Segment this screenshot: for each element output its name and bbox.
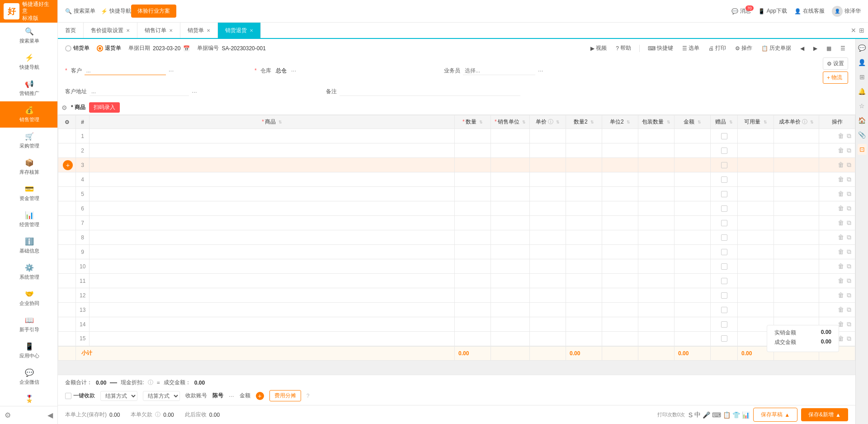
row1-copy-icon[interactable]: ⧉ [847, 132, 851, 140]
table-wrap[interactable]: ⚙ # *商品 ⇅ *数量 ⇅ [58, 115, 855, 375]
tab-home[interactable]: 首页 [58, 23, 84, 38]
next-record-btn[interactable]: ▶ [811, 44, 820, 52]
prev-record-btn[interactable]: ◀ [797, 44, 807, 52]
right-sidebar-bell-icon[interactable]: 🔔 [856, 86, 868, 97]
salesperson-input[interactable] [463, 67, 535, 75]
amount-sort-icon[interactable]: ⇅ [698, 120, 701, 124]
row13-delete-icon[interactable]: 🗑 [838, 306, 844, 314]
row2-delete-icon[interactable]: 🗑 [838, 147, 844, 154]
row5-delete-icon[interactable]: 🗑 [838, 190, 844, 198]
price-sort-icon[interactable]: ⇅ [556, 120, 560, 124]
row3-qty[interactable] [454, 158, 491, 172]
settings-btn[interactable]: ⚙ 设置 [823, 57, 848, 70]
calc-select[interactable]: 结算方式 [143, 391, 180, 401]
row1-amount[interactable] [675, 129, 711, 143]
gift-sort-icon[interactable]: ⇅ [729, 120, 733, 124]
app-download-btn[interactable]: 📱 App下载 [758, 7, 787, 15]
sidebar-item-search[interactable]: 🔍 搜索菜单 [0, 23, 57, 49]
row1-delete-icon[interactable]: 🗑 [838, 132, 844, 140]
service-btn[interactable]: 👤 在线客服 [794, 7, 825, 15]
settlement-select[interactable]: 结算方式 [100, 391, 137, 401]
row11-gift-cb[interactable] [721, 278, 727, 284]
row10-gift-cb[interactable] [721, 263, 727, 270]
video-btn[interactable]: ▶ 视频 [588, 43, 609, 53]
address-more-icon[interactable]: ··· [192, 88, 197, 95]
tab-expand-icon[interactable]: ⊞ [859, 27, 864, 34]
row1-pack[interactable] [638, 129, 675, 143]
row2-unit2[interactable] [602, 143, 638, 158]
sidebar-item-basic-info[interactable]: ℹ️ 基础信息 [0, 233, 57, 259]
row3-unit2[interactable] [602, 158, 638, 172]
row3-qty2[interactable] [566, 158, 602, 172]
radio-return[interactable]: 退货单 [97, 44, 121, 52]
row2-qty2[interactable] [566, 143, 602, 158]
sidebar-item-quicknav[interactable]: ⚡ 快捷导航 [0, 49, 57, 75]
row7-gift-cb[interactable] [721, 220, 727, 226]
sidebar-item-inventory[interactable]: 📦 库存核算 [0, 154, 57, 180]
qty-sort-icon[interactable]: ⇅ [479, 120, 483, 124]
calendar-icon[interactable]: 📅 [183, 45, 190, 52]
tab-price-settings[interactable]: 售价提取设置 ✕ [84, 23, 137, 38]
try-industry-btn[interactable]: 体验行业方案 [131, 5, 176, 18]
operation-btn[interactable]: ⚙ 操作 [732, 43, 755, 53]
row15-gift-cb[interactable] [721, 335, 727, 342]
unit2-sort-icon[interactable]: ⇅ [627, 120, 630, 124]
radio-sales-bill[interactable]: 销货单 [65, 44, 90, 52]
row3-delete-icon[interactable]: 🗑 [838, 161, 844, 169]
row2-cost[interactable] [774, 143, 819, 158]
address-input[interactable] [90, 87, 189, 96]
user-menu-btn[interactable]: 👤 徐泽华 [832, 6, 861, 17]
row1-price[interactable] [530, 129, 566, 143]
row2-pack[interactable] [638, 143, 675, 158]
row2-amount[interactable] [675, 143, 711, 158]
row6-gift-cb[interactable] [721, 205, 727, 212]
help-btn[interactable]: ? 帮助 [613, 43, 634, 53]
row9-gift-cb[interactable] [721, 249, 727, 255]
avail-sort-icon[interactable]: ⇅ [764, 120, 767, 124]
msg-btn[interactable]: 💬 消息 70 [731, 7, 751, 15]
row2-avail[interactable] [738, 143, 774, 158]
row3-gift-cb[interactable] [721, 162, 727, 168]
row2-copy-icon[interactable]: ⧉ [847, 147, 851, 154]
customer-input[interactable] [85, 67, 166, 75]
row13-gift-cb[interactable] [721, 307, 727, 313]
row6-delete-icon[interactable]: 🗑 [838, 205, 844, 212]
row5-gift-cb[interactable] [721, 191, 727, 197]
tab-sales-return[interactable]: 销货退货 ✕ [218, 23, 261, 38]
pack-sort-icon[interactable]: ⇅ [667, 120, 670, 124]
salesperson-more-icon[interactable]: ··· [538, 67, 543, 74]
sidebar-item-member[interactable]: 🎖️ 畅会员 [0, 390, 57, 406]
row8-gift-cb[interactable] [721, 234, 727, 241]
add-fee-btn[interactable]: + [256, 392, 264, 400]
save-draft-btn[interactable]: 保存草稿 ▲ [753, 408, 797, 422]
row2-product[interactable] [90, 143, 455, 158]
fee-split-btn[interactable]: 费用分摊 [269, 390, 301, 401]
add-row-btn[interactable]: + [63, 160, 73, 170]
tab-close-window-icon[interactable]: ✕ [851, 27, 856, 34]
list-view-btn[interactable]: ☰ [838, 44, 848, 52]
row1-qty[interactable] [454, 129, 491, 143]
row3-price[interactable] [530, 158, 566, 172]
right-sidebar-user-icon[interactable]: 👤 [856, 57, 868, 68]
account-more-icon[interactable]: ··· [229, 392, 234, 400]
row12-delete-icon[interactable]: 🗑 [838, 291, 844, 299]
row2-gift[interactable] [711, 143, 738, 158]
qty2-sort-icon[interactable]: ⇅ [590, 120, 594, 124]
sidebar-item-wechat[interactable]: 💬 企业微信 [0, 364, 57, 390]
logistics-btn[interactable]: + 物流 [823, 71, 848, 84]
row3-amount[interactable] [675, 158, 711, 172]
sidebar-item-appstore[interactable]: 📱 应用中心 [0, 338, 57, 364]
row1-avail[interactable] [738, 129, 774, 143]
row3-unit[interactable] [491, 158, 529, 172]
grid-view-btn[interactable]: ▦ [824, 44, 834, 52]
row4-gift-cb[interactable] [721, 176, 727, 183]
sidebar-item-marketing[interactable]: 📢 营销推广 [0, 75, 57, 101]
row2-gift-cb[interactable] [721, 148, 727, 154]
product-sort-icon[interactable]: ⇅ [278, 120, 282, 124]
search-menu-btn[interactable]: 🔍 搜索菜单 [65, 7, 95, 15]
row3-product-input[interactable] [93, 161, 451, 169]
unit-sort-icon[interactable]: ⇅ [522, 120, 526, 124]
sidebar-item-system[interactable]: ⚙️ 系统管理 [0, 259, 57, 285]
quicknav-btn[interactable]: ⚡ 快捷导航 [101, 7, 131, 15]
sidebar-item-purchase[interactable]: 🛒 采购管理 [0, 128, 57, 154]
